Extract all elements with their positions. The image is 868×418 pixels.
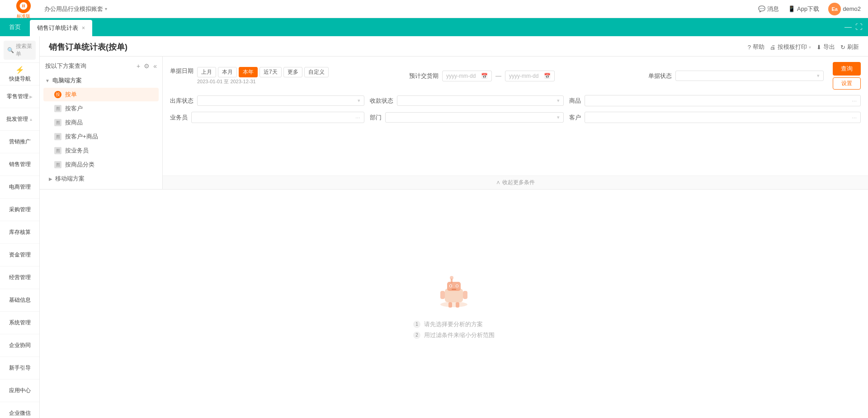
filter-area: 按以下方案查询 + ⚙ « ▼ 电脑端方案: [40, 57, 868, 190]
expected-date-end[interactable]: yyyy-mm-dd 📅: [505, 71, 555, 81]
date-btn-this-month[interactable]: 本月: [218, 67, 237, 77]
mobile-group-label: 移动端方案: [55, 175, 85, 183]
tab-active-label: 销售订单统计表: [37, 24, 78, 32]
scheme-item-sp-label: 按业务员: [65, 147, 89, 155]
sidebar-item-finance[interactable]: 资金管理: [0, 244, 39, 266]
tab-home-label: 首页: [9, 23, 21, 31]
ship-status-select[interactable]: ▾: [197, 95, 364, 106]
user-item[interactable]: Ea demo2: [828, 3, 861, 15]
messages-item[interactable]: 💬 消息: [758, 5, 779, 13]
doc-status-arrow-icon: ▾: [817, 73, 820, 79]
app-selector[interactable]: 办公用品行业模拟账套 ▾: [44, 5, 107, 13]
empty-tips: 1 请先选择要分析的方案 2 用过滤条件来缩小分析范围: [413, 320, 495, 342]
scheme-mobile-group: ▶ 移动端方案: [40, 172, 162, 185]
tip-num-1: 1: [413, 321, 420, 328]
refresh-icon: ↻: [840, 44, 845, 51]
salesperson-input[interactable]: ···: [191, 112, 364, 123]
date-btn-last-month[interactable]: 上月: [197, 67, 216, 77]
messages-label: 消息: [767, 5, 779, 13]
print-label: 按模板打印: [778, 43, 807, 51]
scheme-header: 按以下方案查询 + ⚙ «: [40, 60, 162, 74]
svg-rect-8: [440, 291, 445, 299]
scheme-panel: 按以下方案查询 + ⚙ « ▼ 电脑端方案: [40, 57, 163, 189]
sidebar-item-appcenter[interactable]: 应用中心: [0, 380, 39, 402]
goods-input[interactable]: ···: [585, 95, 861, 106]
inventory-label: 库存核算: [9, 228, 31, 236]
refresh-label: 刷新: [847, 43, 859, 51]
date-label: 单据日期: [170, 67, 193, 75]
scheme-icon-circle: 按: [54, 91, 61, 98]
date-btn-7days[interactable]: 近7天: [259, 67, 282, 77]
scheme-item-by-goods[interactable]: 图 按商品: [43, 116, 159, 129]
scheme-item-by-salesperson[interactable]: 图 按业务员: [43, 144, 159, 157]
app-download-item[interactable]: 📱 App下载: [788, 5, 819, 13]
expected-date-start[interactable]: yyyy-mm-dd 📅: [442, 71, 492, 81]
export-button[interactable]: ⬇ 导出: [816, 43, 835, 51]
retail-label: 零售管理: [7, 93, 28, 100]
sidebar-item-wholesale[interactable]: 批发管理 ▲: [0, 108, 39, 131]
sidebar-search[interactable]: 🔍 搜索菜单: [0, 36, 39, 63]
tab-home[interactable]: 首页: [0, 18, 30, 36]
sidebar-item-inventory[interactable]: 库存核算: [0, 221, 39, 244]
empty-tip-2: 2 用过滤条件来缩小分析范围: [413, 331, 495, 339]
sidebar-item-newuser[interactable]: 新手引导: [0, 357, 39, 380]
maximize-icon[interactable]: ⛶: [855, 23, 863, 31]
scheme-mobile-group-header[interactable]: ▶ 移动端方案: [40, 172, 162, 185]
sidebar-item-purchase[interactable]: 采购管理: [0, 199, 39, 221]
sidebar-item-enterprise[interactable]: 企业协同: [0, 334, 39, 357]
calendar-icon: 📅: [481, 73, 488, 79]
sidebar-item-basic[interactable]: 基础信息: [0, 289, 39, 312]
wholesale-label: 批发管理: [6, 115, 28, 123]
search-input-box[interactable]: 🔍 搜索菜单: [4, 41, 36, 60]
date-controls: 上月 本月 本年 近7天 更多 自定义: [197, 67, 329, 77]
page-title: 销售订单统计表(按单): [49, 42, 127, 52]
sidebar-item-wechat[interactable]: 企业微信: [0, 402, 39, 418]
pc-group-toggle-icon: ▼: [45, 78, 50, 83]
query-button[interactable]: 查询: [833, 62, 861, 76]
tip-num-2: 2: [413, 332, 420, 339]
sidebar-item-operations[interactable]: 经营管理: [0, 266, 39, 289]
settings-scheme-button[interactable]: ⚙: [144, 62, 150, 70]
collapse-scheme-button[interactable]: «: [153, 62, 157, 70]
sidebar-item-ecommerce[interactable]: 电商管理: [0, 176, 39, 199]
print-button[interactable]: 🖨 按模板打印 ▾: [770, 43, 811, 51]
scheme-item-by-order[interactable]: 按 按单: [43, 88, 159, 101]
collapse-bar[interactable]: ∧ 收起更多条件: [163, 176, 868, 189]
svg-point-5: [450, 285, 452, 286]
sidebar-item-marketing[interactable]: 营销推广: [0, 131, 39, 153]
top-bar-left: 标准版 办公用品行业模拟账套 ▾: [7, 0, 107, 19]
dept-select[interactable]: ▾: [385, 112, 564, 123]
doc-status-select[interactable]: ▾: [675, 71, 824, 81]
scheme-item-by-category[interactable]: 图 按商品分类: [43, 158, 159, 171]
tab-close-button[interactable]: ×: [82, 25, 85, 31]
scheme-item-by-customer-goods[interactable]: 图 按客户+商品: [43, 130, 159, 143]
query-form-wrapper: 单据日期 上月 本月 本年 近7天 更多: [163, 57, 868, 189]
date-btn-custom[interactable]: 自定义: [304, 67, 329, 77]
setting-button[interactable]: 设置: [833, 77, 861, 90]
quicknav-label: 快捷导航: [9, 75, 31, 83]
retail-arrow-icon: ▶: [29, 95, 33, 99]
add-scheme-button[interactable]: +: [137, 62, 140, 70]
minimize-icon[interactable]: —: [844, 23, 852, 31]
date-btn-more[interactable]: 更多: [283, 67, 302, 77]
print-icon: 🖨: [770, 44, 776, 51]
tab-active[interactable]: 销售订单统计表 ×: [30, 20, 92, 36]
pay-status-select[interactable]: ▾: [397, 95, 564, 106]
sidebar-item-system[interactable]: 系统管理: [0, 312, 39, 334]
scheme-item-by-customer[interactable]: 图 按客户: [43, 102, 159, 115]
system-label: 系统管理: [9, 319, 31, 327]
date-btn-this-year[interactable]: 本年: [239, 67, 258, 77]
scheme-item-cg-label: 按客户+商品: [65, 133, 98, 141]
print-arrow-icon: ▾: [809, 45, 811, 50]
sidebar-item-quicknav[interactable]: ⚡ 快捷导航: [0, 63, 39, 86]
refresh-button[interactable]: ↻ 刷新: [840, 43, 859, 51]
sidebar-item-retail[interactable]: 零售管理 ▶: [0, 86, 39, 108]
customer-input[interactable]: ···: [585, 112, 861, 123]
scheme-item-customer-label: 按客户: [65, 104, 83, 113]
customer-dots-icon: ···: [852, 114, 857, 121]
scheme-pc-group-header[interactable]: ▼ 电脑端方案: [40, 74, 162, 87]
help-button[interactable]: ? 帮助: [748, 43, 764, 51]
enterprise-label: 企业协同: [9, 342, 31, 349]
basic-label: 基础信息: [9, 296, 31, 304]
sidebar-item-sales[interactable]: 销售管理: [0, 153, 39, 176]
